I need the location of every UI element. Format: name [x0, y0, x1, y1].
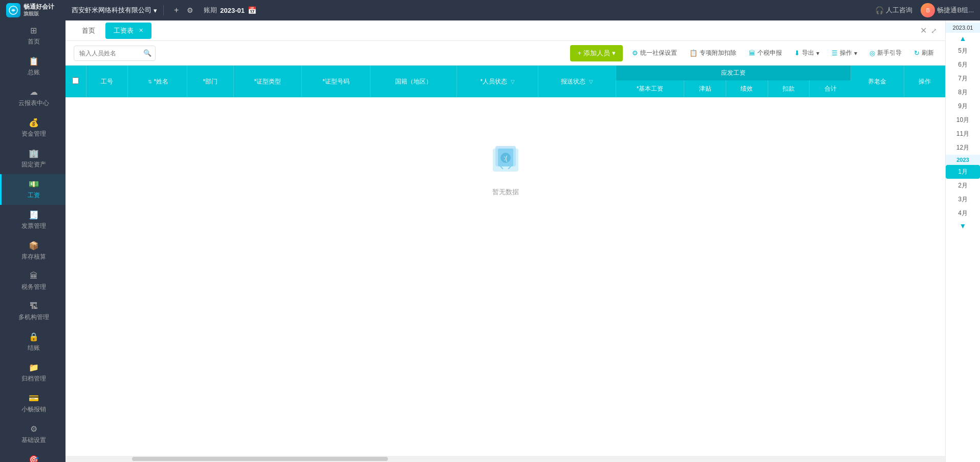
- social-security-btn[interactable]: ⚙ 统一社保设置: [629, 47, 680, 59]
- sidebar-item-funds[interactable]: 💰 资金管理: [0, 113, 66, 143]
- sidebar-item-inventory[interactable]: 📦 库存核算: [0, 236, 66, 266]
- user-info[interactable]: B 畅捷通B组...: [921, 3, 974, 17]
- month-2022-6[interactable]: 6月: [946, 58, 980, 72]
- refresh-btn[interactable]: ↻ 刷新: [911, 47, 937, 59]
- status-filter-icon[interactable]: ▽: [511, 79, 515, 85]
- th-performance: 绩效: [726, 80, 768, 97]
- export-btn[interactable]: ⬇ 导出 ▾: [791, 47, 822, 59]
- tab-salary-table[interactable]: 工资表 ✕: [105, 23, 151, 39]
- month-2023-4[interactable]: 4月: [946, 206, 980, 220]
- sidebar-icon-funds: 💰: [29, 118, 39, 128]
- month-2022-5[interactable]: 5月: [946, 44, 980, 58]
- company-selector[interactable]: 西安虾米网络科技有限公司 ▾: [72, 6, 157, 15]
- add-company-btn[interactable]: +: [174, 6, 179, 15]
- sidebar-item-assets[interactable]: 🏢 固定资产: [0, 143, 66, 174]
- add-person-dropdown-icon: ▾: [612, 49, 616, 57]
- operations-dropdown-icon: ▾: [854, 50, 857, 57]
- empty-state: :( 暂无数据: [66, 97, 945, 238]
- th-salary-group: 应发工资: [616, 66, 851, 80]
- sidebar-label-close: 结账: [28, 344, 40, 352]
- settings-btn[interactable]: ⚙: [187, 6, 193, 14]
- sidebar-icon-salary: 💵: [29, 179, 39, 189]
- sidebar-icon-guide: 🎯: [29, 455, 39, 462]
- th-basic-salary: *基本工资: [616, 80, 684, 97]
- app-name: 畅通好会计: [24, 3, 54, 10]
- month-2023-1[interactable]: 1月: [946, 165, 980, 179]
- app-edition: 旗舰版: [24, 10, 54, 17]
- period-label: 账期: [204, 6, 217, 15]
- sidebar-item-salary[interactable]: 💵 工资: [0, 174, 66, 205]
- empty-text: 暂无数据: [492, 187, 519, 197]
- month-2023-3[interactable]: 3月: [946, 193, 980, 206]
- tab-salary-label: 工资表: [114, 26, 134, 35]
- month-2022-11[interactable]: 11月: [946, 127, 980, 141]
- special-deduction-btn[interactable]: 📋 专项附加扣除: [686, 47, 739, 59]
- tab-home[interactable]: 首页: [74, 23, 103, 39]
- table-scrollbar[interactable]: [66, 456, 945, 462]
- scrollbar-thumb[interactable]: [132, 457, 388, 461]
- month-2022-9[interactable]: 9月: [946, 99, 980, 113]
- sidebar-item-guide[interactable]: 🎯 新手引导: [0, 450, 66, 462]
- sidebar-item-multi-org[interactable]: 🏗 多机构管理: [0, 297, 66, 327]
- operations-btn[interactable]: ☰ 操作 ▾: [829, 47, 860, 59]
- special-deduction-label: 专项附加扣除: [700, 49, 736, 57]
- add-person-label: 添加人员: [583, 49, 610, 58]
- sidebar-icon-expense: 💳: [29, 393, 39, 403]
- add-person-btn[interactable]: + 添加人员 ▾: [570, 45, 623, 61]
- tax-icon: 🏛: [749, 49, 755, 57]
- th-report-status: 报送状态 ▽: [538, 66, 616, 97]
- account-period: 账期 2023-01 📅: [204, 6, 256, 15]
- sidebar-item-close[interactable]: 🔒 结账: [0, 327, 66, 358]
- sidebar-item-archive[interactable]: 📁 归档管理: [0, 358, 66, 388]
- search-wrapper: 🔍: [74, 46, 156, 61]
- th-id-type: *证型类型: [233, 66, 302, 97]
- company-dropdown-icon[interactable]: ▾: [154, 7, 157, 14]
- sidebar-item-tax[interactable]: 🏛 税务管理: [0, 266, 66, 297]
- window-close-btn[interactable]: ✕: [920, 26, 927, 35]
- sidebar-item-settings[interactable]: ⚙ 基础设置: [0, 419, 66, 450]
- report-status-filter-icon[interactable]: ▽: [589, 79, 593, 85]
- tab-close-btn[interactable]: ✕: [139, 27, 143, 34]
- sidebar-icon-inventory: 📦: [29, 241, 39, 250]
- date-nav-down-btn[interactable]: ▼: [946, 220, 980, 232]
- export-dropdown-icon: ▾: [816, 50, 819, 57]
- sidebar-icon-assets: 🏢: [29, 149, 39, 158]
- guide-btn[interactable]: ◎ 新手引导: [866, 47, 905, 59]
- month-2023-2[interactable]: 2月: [946, 179, 980, 193]
- th-name: ⇅ *姓名: [128, 66, 187, 97]
- month-2022-7[interactable]: 7月: [946, 72, 980, 86]
- support-btn[interactable]: 🎧 人工咨询: [875, 6, 912, 15]
- sidebar-item-invoice[interactable]: 🧾 发票管理: [0, 205, 66, 236]
- tax-report-btn[interactable]: 🏛 个税申报: [746, 47, 785, 59]
- date-nav-up-btn[interactable]: ▲: [946, 33, 980, 44]
- sidebar-item-cloud-report[interactable]: ☁ 云报表中心: [0, 82, 66, 113]
- empty-icon: :(: [485, 138, 526, 179]
- social-security-label: 统一社保设置: [640, 49, 677, 57]
- sidebar-item-home[interactable]: ⊞ 首页: [0, 20, 66, 51]
- sort-name-icon[interactable]: ⇅: [148, 79, 152, 85]
- period-value[interactable]: 2023-01: [220, 7, 245, 14]
- calendar-icon[interactable]: 📅: [248, 6, 256, 14]
- date-panel-header: 2023.01: [946, 23, 980, 33]
- month-2022-12[interactable]: 12月: [946, 141, 980, 155]
- th-allowance: 津贴: [684, 80, 726, 97]
- window-maximize-btn[interactable]: ⤢: [931, 27, 937, 35]
- operations-icon: ☰: [832, 49, 838, 57]
- th-status: *人员状态 ▽: [456, 66, 538, 97]
- salary-table: 工号 ⇅ *姓名 *部门 *证型类型 *证型号码: [66, 66, 945, 238]
- sidebar-item-ledger[interactable]: 📋 总账: [0, 51, 66, 82]
- sidebar-label-ledger: 总账: [28, 68, 40, 77]
- add-icon: +: [577, 49, 581, 57]
- select-all-checkbox[interactable]: [72, 77, 79, 84]
- refresh-label: 刷新: [922, 49, 934, 57]
- tab-bar: 首页 工资表 ✕ ✕ ⤢: [66, 20, 945, 41]
- year-2023-label: 2023: [946, 155, 980, 165]
- th-checkbox[interactable]: [66, 66, 86, 97]
- search-icon[interactable]: 🔍: [143, 49, 151, 57]
- month-2022-8[interactable]: 8月: [946, 86, 980, 99]
- month-2022-10[interactable]: 10月: [946, 113, 980, 127]
- th-employee-id: 工号: [86, 66, 128, 97]
- sidebar-item-expense[interactable]: 💳 小畅报销: [0, 388, 66, 419]
- tab-bar-right: ✕ ⤢: [920, 26, 937, 35]
- th-pension: 养老金: [851, 66, 904, 97]
